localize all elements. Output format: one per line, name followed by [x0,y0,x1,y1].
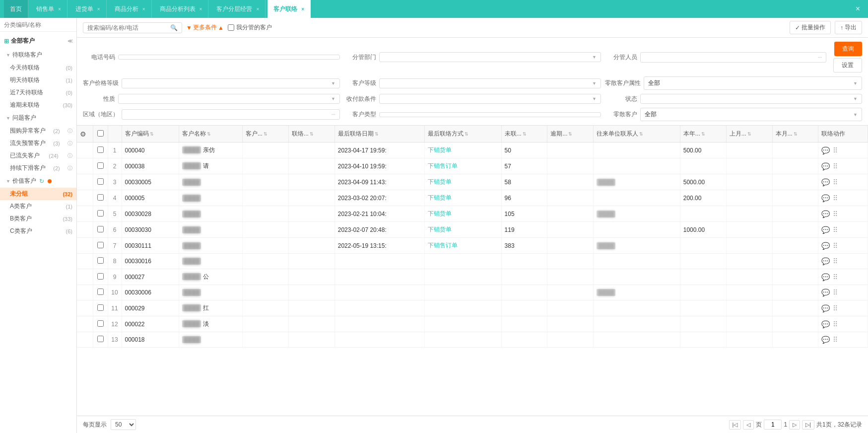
batch-operation-button[interactable]: ✓ 批量操作 [790,21,831,34]
message-action-icon[interactable]: 💬 [821,162,830,170]
more-action-icon[interactable]: ⠿ [833,210,838,218]
sidebar-item-churned[interactable]: 已流失客户 (24) ⓘ [0,149,76,162]
more-action-icon[interactable]: ⠿ [833,242,838,250]
row-checkbox-cell[interactable] [93,174,108,190]
message-action-icon[interactable]: 💬 [821,178,830,186]
row-checkbox-cell[interactable] [93,316,108,332]
col-this-year[interactable]: 本年... ⇅ [680,126,726,143]
status-select[interactable]: ▼ [640,94,862,104]
col-gear[interactable]: ⚙ [77,126,93,143]
sidebar-search-input[interactable] [4,21,77,28]
collapse-icon[interactable]: ≪ [67,38,72,44]
row-checkbox[interactable] [97,336,104,342]
page-size-select[interactable]: 50 100 200 [111,419,136,430]
query-button[interactable]: 查询 [834,42,862,56]
sidebar-item-today-pending[interactable]: 今天待联络 (0) [0,62,76,74]
sidebar-item-type-a[interactable]: A类客户 (1) [0,200,76,213]
settings-icon[interactable]: ⚙ [80,130,86,138]
last-page-button[interactable]: ▷| [802,420,814,430]
message-action-icon[interactable]: 💬 [821,194,830,202]
col-last-month[interactable]: 上月... ⇅ [726,126,772,143]
message-action-icon[interactable]: 💬 [821,242,830,250]
row-checkbox-cell[interactable] [93,143,108,158]
more-action-icon[interactable]: ⠿ [833,257,838,265]
phone-input[interactable] [118,55,340,60]
row-checkbox[interactable] [97,178,104,185]
first-page-button[interactable]: |◁ [729,420,741,430]
sidebar-group-pending[interactable]: ▼ 待联络客户 [0,48,76,62]
col-last-contact-date[interactable]: 最后联络日期 ⇅ [334,126,424,143]
sidebar-item-week-pending[interactable]: 近7天待联络 (0) [0,86,76,99]
refresh-icon[interactable]: ↻ [39,178,44,185]
tab-home[interactable]: 首页 [4,0,28,18]
col-last-contact-way[interactable]: 最后联络方式 ⇅ [424,126,501,143]
col-uncontact-sort-icon[interactable]: ⇅ [523,132,527,137]
window-close-button[interactable]: × [852,4,864,13]
col-uncontact-days[interactable]: 未联... ⇅ [501,126,547,143]
row-last-way-link[interactable]: 下销货单 [428,226,452,233]
message-action-icon[interactable]: 💬 [821,336,830,344]
page-number-input[interactable] [764,420,782,430]
row-checkbox[interactable] [97,226,104,232]
search-input[interactable] [87,24,168,31]
col-last-date-sort-icon[interactable]: ⇅ [375,132,379,137]
row-last-way-link[interactable]: 下销售订单 [428,242,458,249]
scatter-attr-select[interactable]: 全部 ▼ [644,76,862,90]
row-checkbox[interactable] [97,242,104,248]
sidebar-item-tomorrow-pending[interactable]: 明天待联络 (1) [0,74,76,86]
more-action-icon[interactable]: ⠿ [833,162,838,170]
row-checkbox-cell[interactable] [93,238,108,254]
message-action-icon[interactable]: 💬 [821,257,830,265]
col-contact-sort-icon[interactable]: ⇅ [310,132,314,137]
more-action-icon[interactable]: ⠿ [833,273,838,281]
more-conditions-button[interactable]: ▼ 更多条件 ▲ [186,23,224,32]
sidebar-group-value[interactable]: ▼ 价值客户 ↻ [0,174,76,188]
message-action-icon[interactable]: 💬 [821,273,830,281]
search-box[interactable]: 🔍 [83,22,182,33]
message-action-icon[interactable]: 💬 [821,210,830,218]
my-customers-checkbox-wrap[interactable]: 我分管的客户 [228,23,272,32]
more-action-icon[interactable]: ⠿ [833,304,838,312]
customer-seg-tab-close[interactable]: × [256,6,259,12]
more-action-icon[interactable]: ⠿ [833,146,838,154]
col-type-sort-icon[interactable]: ⇅ [264,132,267,137]
payment-select[interactable]: ▼ [379,94,601,104]
col-year-sort-icon[interactable]: ⇅ [701,132,705,137]
my-customers-checkbox[interactable] [228,24,234,31]
row-checkbox[interactable] [97,210,104,216]
message-action-icon[interactable]: 💬 [821,289,830,296]
sidebar-item-type-b[interactable]: B类客户 (33) [0,213,76,225]
row-checkbox-cell[interactable] [93,285,108,300]
export-button[interactable]: ↑ 导出 [835,21,862,34]
col-customer-code[interactable]: 客户编码 ⇅ [122,126,179,143]
customer-contact-tab-close[interactable]: × [301,6,304,12]
row-checkbox[interactable] [97,304,104,311]
sales-tab-close[interactable]: × [58,6,61,12]
row-checkbox[interactable] [97,320,104,327]
row-checkbox-cell[interactable] [93,254,108,269]
tab-sales[interactable]: 销售单 × [30,0,67,18]
region-input[interactable]: ··· [122,109,340,120]
select-all-checkbox[interactable] [97,130,104,137]
row-last-way-link[interactable]: 下销货单 [428,146,452,153]
col-last-month-sort-icon[interactable]: ⇅ [747,132,751,137]
prev-page-button[interactable]: ◁ [743,420,754,430]
row-checkbox[interactable] [97,273,104,280]
row-checkbox[interactable] [97,289,104,295]
purchase-tab-close[interactable]: × [97,6,100,12]
tab-customer-seg[interactable]: 客户分层经营 × [210,0,266,18]
analysis-tab-close[interactable]: × [142,6,145,12]
row-checkbox[interactable] [97,194,104,201]
tab-analysis-list[interactable]: 商品分析列表 × [154,0,209,18]
more-action-icon[interactable]: ⠿ [833,226,838,234]
col-last-way-sort-icon[interactable]: ⇅ [465,132,468,137]
col-this-month[interactable]: 本月... ⇅ [772,126,818,143]
row-checkbox[interactable] [97,162,104,169]
sidebar-item-overdue-pending[interactable]: 逾期未联络 (30) [0,99,76,111]
col-customer-name[interactable]: 客户名称 ⇅ [179,126,243,143]
sidebar-item-ungroup[interactable]: 未分组 (32) [0,188,76,200]
customer-grade-select[interactable]: ▼ [379,78,601,88]
more-action-icon[interactable]: ⠿ [833,320,838,328]
reset-button[interactable]: 设置 [833,58,862,72]
row-checkbox-cell[interactable] [93,158,108,174]
